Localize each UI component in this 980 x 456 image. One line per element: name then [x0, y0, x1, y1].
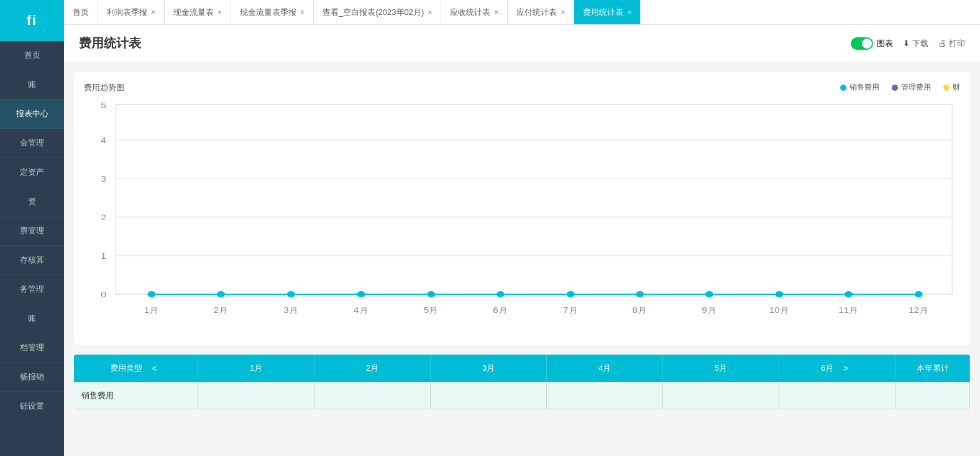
nav-next-button[interactable]: >	[838, 361, 853, 376]
legend-dot-mgmt	[892, 85, 898, 91]
svg-point-36	[915, 291, 923, 297]
sidebar-item-fixed-assets[interactable]: 定资产	[0, 158, 64, 187]
svg-text:6月: 6月	[493, 307, 508, 315]
td-month-0-5	[663, 382, 779, 409]
sidebar-item-ledger[interactable]: 账	[0, 304, 64, 333]
th-month-3: 3月	[431, 355, 547, 382]
svg-text:7月: 7月	[563, 307, 578, 315]
close-tab-cashflow[interactable]: ×	[218, 8, 222, 17]
svg-text:1: 1	[101, 253, 106, 261]
td-total-0	[895, 382, 970, 409]
svg-text:3月: 3月	[283, 307, 298, 315]
legend-mgmt: 管理费用	[892, 82, 931, 93]
header-actions: 图表 ⬇ 下载 🖨 打印	[851, 37, 965, 50]
th-month-1: 1月	[198, 355, 314, 382]
th-month-6: 6月 >	[779, 355, 895, 382]
svg-point-30	[497, 291, 505, 297]
svg-text:0: 0	[101, 291, 106, 299]
content-area: 费用统计表 图表 ⬇ 下载 🖨 打印 费用趋势图	[64, 25, 980, 456]
svg-point-28	[357, 291, 365, 297]
chart-legend: 销售费用 管理费用 财	[840, 82, 960, 93]
sidebar-item-service-mgmt[interactable]: 务管理	[0, 275, 64, 304]
svg-text:5: 5	[101, 102, 106, 110]
svg-rect-12	[116, 105, 952, 294]
svg-text:10月: 10月	[769, 307, 790, 315]
download-icon: ⬇	[903, 39, 910, 48]
td-type-0: 销售费用	[74, 382, 198, 409]
chart-toggle-label: 图表	[877, 38, 893, 49]
svg-point-33	[705, 291, 713, 297]
th-month-2: 2月	[314, 355, 431, 382]
table-header: 费用类型 < 1月 2月 3月 4月 5月	[74, 355, 970, 382]
main-area: 首页 利润表季报 × 现金流量表 × 现金流量表季报 × 查看_空白报表(202…	[64, 0, 980, 456]
svg-text:11月: 11月	[838, 307, 859, 315]
svg-text:5月: 5月	[424, 307, 439, 315]
sidebar-item-inventory[interactable]: 存核算	[0, 246, 64, 275]
sidebar: fi 首页 账 报表中心 金管理 定资产 资 票管理 存核算 务管理 账 档管理…	[0, 0, 64, 456]
th-total: 本年累计	[895, 355, 970, 382]
sidebar-item-reimbursement[interactable]: 畅报销	[0, 363, 64, 392]
sidebar-item-invoice-mgmt[interactable]: 票管理	[0, 216, 64, 246]
table-body: 销售费用	[74, 382, 970, 409]
chart-toggle[interactable]	[851, 37, 873, 50]
page-header: 费用统计表 图表 ⬇ 下载 🖨 打印	[64, 25, 980, 62]
chart-toggle-group: 图表	[851, 37, 893, 50]
th-type: 费用类型 <	[74, 355, 198, 382]
legend-sales: 销售费用	[840, 82, 879, 93]
print-icon: 🖨	[938, 39, 946, 48]
svg-point-34	[776, 291, 784, 297]
tab-bar: 首页 利润表季报 × 现金流量表 × 现金流量表季报 × 查看_空白报表(202…	[64, 0, 980, 25]
legend-dot-sales	[840, 85, 846, 91]
svg-point-31	[567, 291, 575, 297]
tab-expenses[interactable]: 费用统计表 ×	[574, 0, 641, 24]
sidebar-item-home[interactable]: 首页	[0, 41, 64, 70]
td-month-0-2	[314, 382, 431, 409]
th-month-5: 5月	[663, 355, 779, 382]
tab-cashflow-quarterly[interactable]: 现金流量表季报 ×	[231, 0, 314, 24]
close-tab-blank-report[interactable]: ×	[428, 8, 432, 17]
page-title: 费用统计表	[79, 35, 141, 52]
table-row: 销售费用	[74, 382, 970, 409]
chart-section: 费用趋势图 销售费用 管理费用 财	[74, 72, 970, 345]
sidebar-item-account[interactable]: 账	[0, 70, 64, 100]
tab-home[interactable]: 首页	[64, 0, 98, 24]
sidebar-item-file-mgmt[interactable]: 档管理	[0, 333, 64, 363]
close-tab-profit-quarterly[interactable]: ×	[151, 8, 155, 17]
svg-point-25	[148, 291, 156, 297]
svg-text:8月: 8月	[633, 307, 648, 315]
chart-svg: 0 1 2 3 4 5 1月 2月	[84, 98, 960, 328]
svg-point-32	[636, 291, 644, 297]
close-tab-cashflow-quarterly[interactable]: ×	[300, 8, 305, 17]
tab-profit-quarterly[interactable]: 利润表季报 ×	[98, 0, 165, 24]
sidebar-item-fund-mgmt[interactable]: 金管理	[0, 129, 64, 158]
svg-point-26	[217, 291, 225, 297]
tab-payables[interactable]: 应付统计表 ×	[508, 0, 574, 24]
sidebar-item-report-center[interactable]: 报表中心	[0, 100, 64, 129]
tab-blank-report[interactable]: 查看_空白报表(2023年02月) ×	[314, 0, 441, 24]
svg-text:2月: 2月	[213, 307, 228, 315]
sidebar-item-assets[interactable]: 资	[0, 187, 64, 216]
chart-container: 0 1 2 3 4 5 1月 2月	[84, 98, 960, 335]
td-month-0-3	[431, 382, 547, 409]
sidebar-item-settings[interactable]: 础设置	[0, 392, 64, 421]
print-button[interactable]: 🖨 打印	[938, 38, 965, 49]
close-tab-expenses[interactable]: ×	[627, 8, 631, 17]
tab-cashflow[interactable]: 现金流量表 ×	[165, 0, 231, 24]
svg-point-27	[287, 291, 295, 297]
svg-text:4: 4	[101, 137, 106, 145]
nav-prev-button[interactable]: <	[147, 361, 162, 376]
svg-text:1月: 1月	[144, 307, 159, 315]
download-button[interactable]: ⬇ 下载	[903, 38, 928, 49]
close-tab-payables[interactable]: ×	[561, 8, 565, 17]
svg-text:9月: 9月	[702, 307, 717, 315]
legend-finance: 财	[943, 82, 960, 93]
tab-receivables[interactable]: 应收统计表 ×	[441, 0, 508, 24]
td-month-0-6	[779, 382, 895, 409]
svg-text:2: 2	[101, 214, 106, 222]
svg-text:12月: 12月	[909, 307, 929, 315]
close-tab-receivables[interactable]: ×	[494, 8, 498, 17]
td-month-0-4	[547, 382, 663, 409]
td-month-0-1	[198, 382, 314, 409]
sidebar-logo: fi	[0, 0, 64, 41]
svg-text:3: 3	[101, 175, 106, 184]
